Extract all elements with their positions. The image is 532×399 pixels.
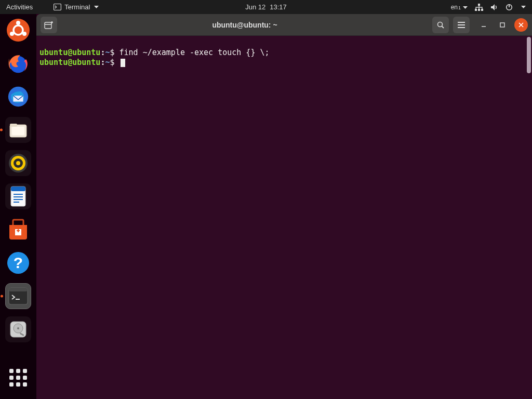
- dock-terminal-icon[interactable]: [5, 283, 31, 309]
- svg-point-10: [10, 32, 14, 36]
- svg-rect-22: [11, 187, 25, 191]
- volume-icon[interactable]: [490, 4, 498, 11]
- svg-rect-47: [500, 23, 504, 27]
- dock: ?: [0, 14, 36, 399]
- minimize-button[interactable]: [477, 18, 490, 32]
- svg-rect-31: [9, 288, 28, 291]
- power-icon[interactable]: [506, 4, 513, 11]
- input-source-indicator[interactable]: en1: [451, 4, 468, 11]
- maximize-icon: [499, 22, 506, 28]
- activities-button[interactable]: Activities: [0, 3, 39, 11]
- new-tab-icon: [44, 21, 54, 29]
- app-menu-button[interactable]: Terminal: [48, 3, 104, 11]
- terminal-body[interactable]: ubuntu@ubuntu:~$ find ~/example -exec to…: [36, 36, 532, 399]
- terminal-window: ubuntu@ubuntu: ~ ubuntu@ubuntu:~$ find ~…: [36, 14, 532, 399]
- dock-files-icon[interactable]: [5, 117, 31, 143]
- search-icon: [436, 21, 445, 29]
- hamburger-icon: [457, 21, 466, 29]
- dock-disk-icon[interactable]: [5, 316, 31, 342]
- minimize-icon: [481, 22, 487, 28]
- svg-point-35: [17, 327, 19, 329]
- svg-rect-37: [45, 22, 51, 29]
- dock-writer-icon[interactable]: [5, 183, 31, 209]
- svg-line-42: [442, 26, 444, 28]
- svg-rect-4: [481, 9, 483, 11]
- svg-rect-2: [475, 9, 477, 11]
- caret-down-icon: [94, 6, 99, 9]
- prompt-user: ubuntu@ubuntu: [39, 48, 100, 57]
- top-bar: Activities Terminal Jun 12 13:17 en1: [0, 0, 532, 14]
- scrollbar-thumb[interactable]: [527, 37, 531, 73]
- terminal-app-icon: [54, 4, 61, 10]
- prompt-dollar: $: [110, 58, 114, 67]
- command-line-2: [115, 58, 119, 67]
- title-bar: ubuntu@ubuntu: ~: [36, 14, 532, 36]
- svg-point-41: [438, 22, 443, 26]
- close-icon: [518, 22, 524, 28]
- prompt-dollar: $: [110, 48, 114, 57]
- dock-firefox-icon[interactable]: [5, 50, 31, 76]
- svg-text:?: ?: [14, 254, 23, 271]
- clock[interactable]: Jun 12 13:17: [245, 3, 287, 11]
- svg-rect-15: [10, 124, 17, 127]
- dock-ubuntu-icon[interactable]: [5, 17, 31, 43]
- search-button[interactable]: [432, 17, 449, 33]
- new-tab-button[interactable]: [41, 17, 57, 33]
- window-title: ubuntu@ubuntu: ~: [61, 21, 428, 29]
- svg-point-20: [16, 161, 20, 165]
- maximize-button[interactable]: [496, 18, 509, 32]
- svg-rect-3: [478, 9, 480, 11]
- close-button[interactable]: [514, 18, 528, 32]
- prompt-user: ubuntu@ubuntu: [39, 58, 100, 67]
- date-label: Jun 12: [245, 3, 265, 11]
- command-line-1: find ~/example -exec touch {} \;: [115, 48, 270, 57]
- svg-rect-1: [478, 4, 480, 6]
- caret-down-icon: [521, 6, 526, 9]
- lang-label: en: [451, 4, 458, 11]
- dock-thunderbird-icon[interactable]: [5, 84, 31, 110]
- dock-rhythmbox-icon[interactable]: [5, 150, 31, 176]
- dock-software-icon[interactable]: [5, 217, 31, 243]
- lang-sub: 1: [458, 5, 461, 10]
- hamburger-menu-button[interactable]: [453, 17, 470, 33]
- svg-rect-0: [54, 4, 61, 10]
- cursor: [121, 59, 125, 67]
- svg-rect-16: [12, 127, 24, 135]
- svg-point-11: [22, 32, 26, 36]
- time-label: 13:17: [270, 3, 287, 11]
- network-icon[interactable]: [475, 4, 483, 11]
- dock-help-icon[interactable]: ?: [5, 250, 31, 276]
- show-applications-button[interactable]: [5, 365, 31, 391]
- caret-down-icon: [463, 6, 468, 9]
- app-menu-label: Terminal: [64, 3, 90, 11]
- svg-point-9: [16, 21, 20, 25]
